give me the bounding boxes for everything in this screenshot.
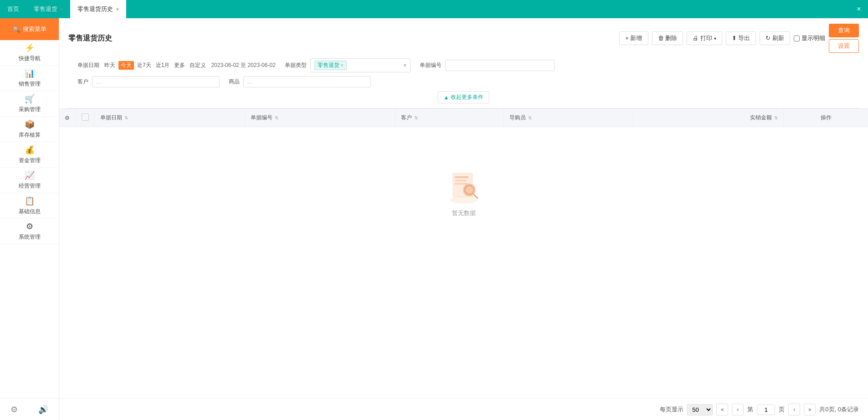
new-label: + 新增: [625, 34, 642, 42]
tab-retail-return-history[interactable]: 零售退货历史×: [70, 0, 126, 18]
setting-button[interactable]: 设置: [829, 39, 859, 53]
sidebar-item-sales-mgmt[interactable]: 📊销售管理: [0, 66, 59, 91]
doc-type-tag-close[interactable]: ×: [341, 63, 344, 68]
delete-label: 🗑 删除: [658, 34, 678, 42]
th-actual-amount: 实销金额 ⇅: [633, 109, 784, 127]
tab-retail-return[interactable]: 零售退货×: [26, 0, 70, 18]
empty-icon: [441, 164, 487, 209]
date-btn-last7[interactable]: 近7天: [136, 61, 153, 70]
customer-sort-icon[interactable]: ⇅: [414, 115, 418, 120]
page-input[interactable]: [757, 405, 775, 415]
first-page-button[interactable]: «: [716, 404, 728, 415]
amount-sort-icon[interactable]: ⇅: [774, 115, 778, 120]
pagination-bar: 每页显示 50 10 20 100 « ‹ 第 页 › » 共0页, 0条记录: [59, 399, 868, 420]
export-button[interactable]: ⬆ 导出: [726, 31, 756, 45]
collapse-label: 收起更多条件: [451, 93, 483, 101]
sidebar-item-quick-nav[interactable]: ⚡快捷导航: [0, 40, 59, 66]
search-icon: 🔍: [13, 26, 20, 33]
doc-date-sort-icon[interactable]: ⇅: [124, 115, 128, 120]
doc-number-input[interactable]: [445, 60, 555, 71]
show-detail-checkbox-label[interactable]: 显示明细: [794, 34, 825, 42]
doc-type-select[interactable]: 零售退货 × ▾: [310, 58, 411, 72]
empty-text: 暂无数据: [452, 209, 476, 217]
date-filter: 单据日期 昨天今天近7天近1月更多自定义 2023-06-02 至 2023-0…: [77, 61, 276, 70]
th-settings[interactable]: ⚙: [59, 109, 76, 127]
filter-area: 单据日期 昨天今天近7天近1月更多自定义 2023-06-02 至 2023-0…: [68, 58, 859, 108]
guide-sort-icon[interactable]: ⇅: [528, 115, 532, 120]
nav-icon-inventory: 📦: [25, 119, 35, 129]
window-close-button[interactable]: ×: [850, 0, 868, 18]
th-doc-date-label: 单据日期: [100, 114, 122, 121]
customer-filter: 客户: [77, 76, 220, 87]
main-layout: 🔍 搜索菜单 ⚡快捷导航📊销售管理🛒采购管理📦库存核算💰资金管理📈经营管理📋基础…: [0, 18, 868, 420]
next-page-button[interactable]: ›: [788, 404, 800, 415]
sidebar-item-purchase-mgmt[interactable]: 🛒采购管理: [0, 91, 59, 117]
customer-input[interactable]: [92, 76, 220, 87]
query-button[interactable]: 查询: [829, 24, 859, 37]
sidebar-item-basic-info[interactable]: 📋基础信息: [0, 193, 59, 219]
th-operation: 操作: [784, 109, 868, 127]
select-all-checkbox[interactable]: [82, 113, 89, 121]
sidebar-item-finance[interactable]: 💰资金管理: [0, 142, 59, 168]
date-btn-more[interactable]: 更多: [173, 61, 186, 70]
customer-label: 客户: [77, 78, 88, 86]
th-operation-label: 操作: [821, 114, 832, 121]
tab-close-retail-return-history[interactable]: ×: [116, 6, 118, 12]
nav-icon-sales-mgmt: 📊: [25, 68, 35, 78]
volume-icon[interactable]: 🔊: [38, 405, 48, 415]
sidebar-item-inventory[interactable]: 📦库存核算: [0, 117, 59, 142]
th-doc-date: 单据日期 ⇅: [94, 109, 245, 127]
date-btn-yesterday[interactable]: 昨天: [103, 61, 117, 70]
svg-rect-3: [455, 180, 466, 181]
date-btn-custom[interactable]: 自定义: [188, 61, 207, 70]
tab-close-retail-return[interactable]: ×: [60, 6, 63, 12]
doc-number-sort-icon[interactable]: ⇅: [275, 115, 278, 120]
refresh-label: ↻ 刷新: [765, 34, 784, 42]
th-customer-label: 客户: [401, 114, 412, 121]
search-menu-button[interactable]: 🔍 搜索菜单: [0, 18, 59, 40]
page-title-row: 零售退货历史 + 新增 🗑 删除 🖨 打印 ▾ ⬆ 导出: [68, 24, 859, 53]
new-button[interactable]: + 新增: [619, 31, 648, 45]
page-label: 第: [747, 405, 753, 414]
sidebar-bottom: ⚙ 🔊: [0, 398, 59, 420]
goods-input[interactable]: [243, 76, 371, 87]
export-label: ⬆ 导出: [732, 34, 750, 42]
doc-type-filter: 单据类型 零售退货 × ▾: [285, 58, 411, 72]
print-button[interactable]: 🖨 打印 ▾: [687, 31, 722, 45]
doc-type-label: 单据类型: [285, 61, 307, 69]
per-page-select[interactable]: 50 10 20 100: [687, 404, 713, 415]
th-guide-label: 导购员: [509, 114, 526, 121]
collapse-up-icon: ▲: [444, 94, 449, 101]
page-title: 零售退货历史: [68, 34, 112, 43]
th-guide: 导购员 ⇅: [503, 109, 633, 127]
th-customer: 客户 ⇅: [395, 109, 503, 127]
sidebar: 🔍 搜索菜单 ⚡快捷导航📊销售管理🛒采购管理📦库存核算💰资金管理📈经营管理📋基础…: [0, 18, 59, 420]
sidebar-item-operations[interactable]: 📈经营管理: [0, 168, 59, 193]
settings-icon[interactable]: ⚙: [10, 405, 18, 415]
tab-bar: 首页零售退货×零售退货历史×: [0, 0, 850, 18]
delete-button[interactable]: 🗑 删除: [652, 31, 683, 45]
sidebar-item-system-mgmt[interactable]: ⚙系统管理: [0, 219, 59, 244]
th-checkbox[interactable]: [76, 109, 94, 127]
show-detail-checkbox[interactable]: [794, 36, 800, 41]
goods-label: 商品: [229, 78, 240, 86]
svg-rect-4: [455, 183, 467, 184]
search-menu-label: 搜索菜单: [23, 25, 46, 33]
table-container: ⚙ 单据日期 ⇅ 单据编号 ⇅ 客户 ⇅: [59, 109, 868, 399]
nav-label-inventory: 库存核算: [19, 131, 41, 139]
date-btn-last_month[interactable]: 近1月: [154, 61, 171, 70]
doc-type-tag: 零售退货 ×: [314, 61, 347, 70]
prev-page-button[interactable]: ‹: [732, 404, 744, 415]
header-actions: + 新增 🗑 删除 🖨 打印 ▾ ⬆ 导出 ↻ 刷新: [619, 24, 859, 53]
top-bar: 首页零售退货×零售退货历史× ×: [0, 0, 868, 18]
tab-home[interactable]: 首页: [0, 0, 26, 18]
collapse-button[interactable]: ▲ 收起更多条件: [438, 91, 490, 103]
doc-number-label: 单据编号: [420, 61, 442, 69]
date-btn-today[interactable]: 今天: [118, 61, 134, 70]
nav-icon-finance: 💰: [25, 145, 35, 155]
th-doc-number: 单据编号 ⇅: [245, 109, 395, 127]
query-label: 查询: [838, 27, 850, 34]
refresh-button[interactable]: ↻ 刷新: [760, 31, 790, 45]
nav-icon-quick-nav: ⚡: [25, 43, 35, 53]
last-page-button[interactable]: »: [804, 404, 816, 415]
